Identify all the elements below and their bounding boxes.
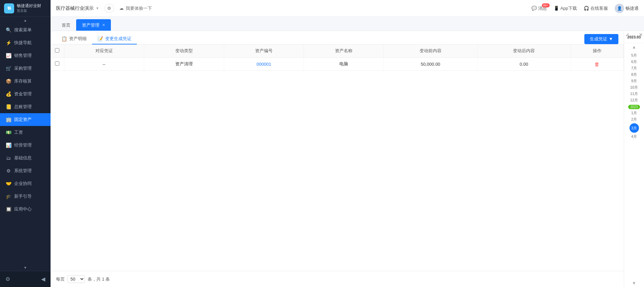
topbar-right: 💬 消息 99+ 📱 App下载 🎧 在线客服 👤 畅捷通	[531, 4, 639, 13]
sidebar-item-operations[interactable]: 📊 经营管理	[0, 139, 51, 152]
sidebar-item-ledger[interactable]: 📒 总账管理	[0, 100, 51, 113]
table-header-action: 操作	[571, 44, 623, 58]
notifications-button[interactable]: 💬 消息 99+	[531, 5, 547, 11]
row-before-change: 50,000.00	[384, 58, 477, 71]
table-header-before-change: 变动前内容	[384, 44, 477, 58]
sidebar-item-app-center[interactable]: 🔲 应用中心	[0, 203, 51, 216]
asset-no-link[interactable]: 000001	[256, 62, 271, 67]
table-header-after-change: 变动后内容	[477, 44, 571, 58]
user-menu[interactable]: 👤 畅捷通	[615, 4, 639, 13]
username: 畅捷通	[625, 5, 639, 11]
expand-panel-button[interactable]: ⤢	[625, 32, 629, 37]
row-checkbox-cell	[51, 58, 64, 71]
sidebar-logo: 畅 畅捷通好业财 普及版	[0, 0, 51, 17]
month-9[interactable]: 9月	[624, 78, 644, 84]
sidebar-item-enterprise[interactable]: 🤝 企业协同	[0, 177, 51, 190]
sidebar-scroll-down[interactable]: ▼	[0, 264, 51, 271]
tab-close-icon[interactable]: ✕	[102, 23, 105, 27]
sidebar-item-label: 应用中心	[14, 206, 32, 212]
date-months-list: 5月 6月 7月 8月 9月 10月 11月 12月 2023 1月 2月 3月…	[624, 51, 644, 279]
date-nav-up[interactable]: ▲	[624, 43, 644, 51]
change-icon: 📝	[97, 36, 103, 41]
inventory-icon: 📦	[5, 78, 11, 84]
date-side-panel: ✕ ⤢ 2023.03 ▲ 5月 6月 7月 8月 9月 10月 11月 12月…	[624, 31, 644, 287]
month-5[interactable]: 5月	[624, 52, 644, 59]
delete-row-button[interactable]: 🗑	[594, 61, 600, 67]
month-11[interactable]: 11月	[624, 91, 644, 97]
tab-assets[interactable]: 资产管理 ✕	[76, 19, 111, 31]
app-download-button[interactable]: 📱 App下载	[554, 5, 577, 11]
sidebar-item-label: 系统管理	[14, 168, 32, 174]
generate-voucher-button[interactable]: 生成凭证 ▼	[584, 34, 618, 44]
avatar: 👤	[615, 4, 624, 13]
month-8[interactable]: 8月	[624, 71, 644, 78]
sidebar-item-search[interactable]: 🔍 搜索菜单	[0, 24, 51, 36]
online-service-button[interactable]: 🎧 在线客服	[584, 5, 608, 11]
sidebar-item-label: 采购管理	[14, 65, 32, 71]
sidebar-item-guide[interactable]: 🎓 新手引导	[0, 190, 51, 203]
sidebar-item-label: 销售管理	[14, 53, 32, 59]
sub-tabbar: 📋 资产明细 📝 变更生成凭证 生成凭证 ▼	[51, 31, 624, 44]
sidebar-item-label: 企业协同	[14, 181, 32, 187]
per-page-select[interactable]: 50 10 20 100	[67, 275, 85, 283]
row-after-change: 0.00	[477, 58, 571, 71]
company-name: 医疗器械行业演示	[56, 5, 94, 11]
month-12[interactable]: 12月	[624, 97, 644, 103]
sidebar-item-system[interactable]: ⚙ 系统管理	[0, 164, 51, 177]
select-all-checkbox[interactable]	[55, 48, 59, 53]
sidebar-item-funds[interactable]: 💰 资金管理	[0, 88, 51, 100]
tab-home-label: 首页	[62, 22, 70, 28]
company-selector[interactable]: 医疗器械行业演示 ▼	[56, 5, 99, 11]
month-6[interactable]: 6月	[624, 59, 644, 65]
month-7[interactable]: 7月	[624, 65, 644, 71]
month-2023-4[interactable]: 4月	[624, 133, 644, 140]
gear-icon: ⚙	[107, 6, 111, 11]
dropdown-arrow-icon: ▼	[609, 36, 613, 41]
table-row: -- 资产清理 000001 电脑 50,000.00 0.00 🗑	[51, 58, 624, 71]
pagination-total: 条，共 1 条	[88, 276, 110, 282]
table-header-asset-name: 资产名称	[304, 44, 384, 58]
table-header-asset-no: 资产编号	[224, 44, 304, 58]
month-2023-2[interactable]: 2月	[624, 116, 644, 123]
month-2023-3-active[interactable]: 3月	[630, 123, 639, 133]
base-info-icon: 🗂	[5, 155, 11, 161]
experience-button[interactable]: ☁ 我要体验一下	[119, 5, 152, 11]
sub-tab-asset-detail[interactable]: 📋 资产明细	[56, 34, 92, 44]
sidebar-item-label: 经营管理	[14, 142, 32, 148]
footer-collapse-icon[interactable]: ◀	[41, 276, 45, 282]
sidebar-item-quick-nav[interactable]: ⚡ 快捷导航	[0, 36, 51, 49]
row-checkbox[interactable]	[55, 61, 59, 66]
logo-subtitle: 普及版	[17, 8, 41, 13]
sidebar-item-sales[interactable]: 📈 销售管理	[0, 49, 51, 62]
sidebar-item-purchase[interactable]: 🛒 采购管理	[0, 62, 51, 75]
sidebar-item-fixed-assets[interactable]: 🏢 固定资产	[0, 113, 51, 126]
app-download-label: App下载	[560, 5, 577, 11]
month-2023-1[interactable]: 1月	[624, 110, 644, 116]
year-2023-label[interactable]: 2023	[628, 105, 640, 109]
tab-assets-label: 资产管理	[82, 22, 99, 28]
sidebar-item-label: 搜索菜单	[14, 27, 32, 33]
tab-home[interactable]: 首页	[56, 19, 76, 31]
data-table: 对应凭证 变动类型 资产编号 资产名称	[51, 44, 624, 271]
sidebar-item-base-info[interactable]: 🗂 基础信息	[0, 152, 51, 164]
operations-icon: 📊	[5, 142, 11, 148]
date-nav-down[interactable]: ▼	[624, 279, 644, 287]
sidebar-item-inventory[interactable]: 📦 库存核算	[0, 75, 51, 88]
month-10[interactable]: 10月	[624, 84, 644, 91]
row-change-type: 资产清理	[144, 58, 224, 71]
generate-voucher-area: 生成凭证 ▼	[584, 34, 618, 44]
search-icon: 🔍	[5, 27, 11, 33]
footer-settings-icon[interactable]: ⚙	[5, 276, 10, 282]
system-icon: ⚙	[5, 168, 11, 174]
close-panel-button[interactable]: ✕	[639, 32, 643, 37]
headset-icon: 🎧	[584, 6, 589, 11]
online-service-label: 在线客服	[590, 5, 608, 11]
sidebar-scroll-up[interactable]: ▲	[0, 17, 51, 24]
funds-icon: 💰	[5, 91, 11, 97]
notification-badge: 99+	[542, 3, 550, 7]
pagination: 每页 50 10 20 100 条，共 1 条	[51, 271, 624, 287]
sub-tab-change-voucher[interactable]: 📝 变更生成凭证	[92, 34, 137, 44]
settings-button[interactable]: ⚙	[104, 4, 114, 13]
ledger-icon: 📒	[5, 104, 11, 110]
sidebar-item-payroll[interactable]: 💵 工资	[0, 126, 51, 139]
